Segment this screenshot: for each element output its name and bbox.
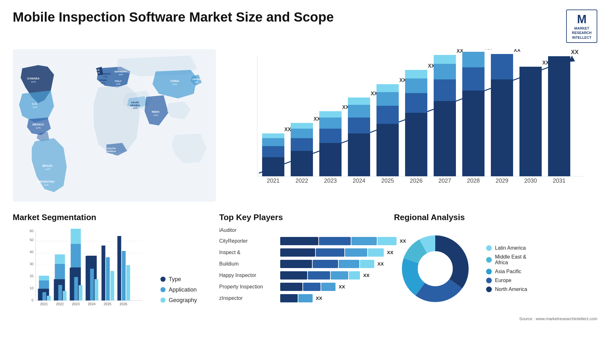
segmentation-legend: Type Application Geography (160, 276, 197, 316)
player-val-4: XX (377, 261, 384, 266)
page-header: Mobile Inspection Software Market Size a… (13, 10, 597, 43)
svg-rect-83 (491, 79, 513, 176)
svg-text:2031: 2031 (553, 178, 566, 184)
geography-color-dot (160, 298, 166, 303)
svg-text:2024: 2024 (88, 302, 95, 306)
svg-rect-130 (70, 268, 73, 300)
player-val-5: XX (363, 273, 369, 278)
svg-text:2026: 2026 (119, 302, 127, 306)
player-row-7: zInspector XX (219, 294, 372, 302)
segmentation-svg: 0 10 20 30 40 50 60 (13, 227, 151, 316)
page-title: Mobile Inspection Software Market Size a… (13, 10, 334, 25)
svg-text:SPAIN: SPAIN (99, 79, 107, 82)
svg-rect-90 (548, 56, 570, 176)
segmentation-container: 0 10 20 30 40 50 60 (13, 227, 197, 316)
svg-rect-124 (38, 289, 42, 300)
svg-text:xx%: xx% (153, 114, 158, 117)
svg-rect-140 (122, 251, 125, 300)
player-name-5: Happy Inspector (219, 273, 276, 278)
svg-text:2022: 2022 (295, 178, 308, 184)
svg-rect-141 (126, 265, 130, 300)
svg-text:xx%: xx% (44, 184, 48, 186)
svg-text:U.K.: U.K. (95, 69, 100, 71)
player-row-2: CityReporter XX (219, 237, 372, 245)
donut-container: Latin America Middle East &Africa Asia P… (394, 227, 597, 310)
svg-text:AFRICA: AFRICA (106, 150, 116, 153)
svg-rect-113 (55, 254, 65, 264)
svg-rect-61 (376, 106, 399, 124)
svg-text:xx%: xx% (101, 82, 105, 84)
legend-type: Type (160, 276, 197, 283)
svg-text:2021: 2021 (267, 178, 280, 184)
svg-text:xx%: xx% (116, 83, 120, 85)
svg-text:xx%: xx% (45, 168, 50, 171)
legend-application: Application (160, 286, 197, 293)
svg-rect-108 (39, 280, 49, 289)
regional-section: Regional Analysis (394, 212, 597, 321)
svg-text:xx%: xx% (36, 126, 40, 129)
player-row-3: Inspect & XX (219, 248, 372, 257)
svg-rect-51 (319, 111, 342, 118)
svg-text:FRANCE: FRANCE (100, 72, 111, 75)
legend-mea-label: Middle East &Africa (495, 254, 526, 266)
svg-text:2025: 2025 (104, 302, 111, 306)
svg-text:INDIA: INDIA (152, 110, 160, 113)
legend-type-label: Type (169, 276, 181, 283)
svg-text:CHINA: CHINA (170, 79, 180, 83)
player-val-3: XX (387, 250, 393, 255)
legend-asia-pacific-label: Asia Pacific (495, 269, 521, 274)
asia-pacific-swatch (486, 269, 492, 274)
svg-rect-129 (63, 291, 66, 300)
svg-rect-78 (462, 91, 485, 176)
logo-text: MARKETRESEARCHINTELLECT (572, 26, 592, 40)
svg-rect-48 (319, 143, 342, 176)
svg-rect-112 (55, 264, 65, 279)
svg-text:ARABIA: ARABIA (130, 104, 140, 107)
svg-rect-43 (291, 138, 313, 151)
logo: M MARKETRESEARCHINTELLECT (566, 10, 597, 43)
svg-text:20: 20 (30, 274, 33, 278)
player-row-5: Happy Inspector XX (219, 271, 372, 280)
legend-latin-america: Latin America (486, 245, 527, 251)
svg-rect-80 (462, 52, 485, 67)
svg-rect-72 (434, 101, 456, 176)
source-text: Source : www.marketresearchintellect.com (394, 316, 597, 321)
svg-rect-127 (54, 279, 58, 300)
player-name-4: Buildium (219, 261, 276, 267)
svg-rect-44 (291, 129, 313, 138)
svg-rect-55 (348, 118, 370, 133)
svg-text:ARGENTINA: ARGENTINA (37, 180, 55, 183)
svg-rect-75 (434, 55, 456, 64)
map-svg: CANADA xx% U.S. xx% MEXICO xx% BRAZIL xx… (13, 49, 216, 202)
svg-rect-87 (519, 67, 542, 176)
world-map: CANADA xx% U.S. xx% MEXICO xx% BRAZIL xx… (13, 49, 216, 202)
svg-rect-134 (90, 269, 94, 300)
svg-text:50: 50 (30, 238, 33, 242)
svg-text:MEXICO: MEXICO (32, 123, 44, 126)
svg-text:2023: 2023 (72, 302, 79, 306)
legend-latin-america-label: Latin America (495, 245, 526, 251)
svg-text:xx%: xx% (194, 81, 198, 83)
svg-rect-125 (42, 292, 46, 300)
regional-title: Regional Analysis (394, 212, 597, 222)
svg-rect-131 (74, 277, 78, 300)
svg-text:2022: 2022 (56, 302, 64, 306)
legend-europe: Europe (486, 278, 527, 283)
players-title: Top Key Players (219, 212, 372, 222)
svg-text:SAUDI: SAUDI (131, 101, 139, 104)
regional-legend: Latin America Middle East &Africa Asia P… (486, 245, 527, 292)
player-name-1: iAuditor (219, 227, 236, 233)
player-val-7: XX (316, 295, 322, 301)
svg-rect-126 (47, 296, 51, 300)
bar-chart-section: 2021 XX 2022 XX 2023 XX 2024 XX (229, 49, 597, 203)
svg-rect-39 (262, 133, 284, 138)
middle-east-africa-swatch (486, 257, 492, 263)
svg-rect-139 (117, 236, 121, 300)
svg-rect-45 (291, 123, 313, 129)
svg-rect-79 (462, 67, 485, 91)
svg-rect-128 (58, 285, 62, 300)
svg-text:2028: 2028 (467, 178, 480, 184)
svg-text:xx%: xx% (103, 76, 107, 78)
svg-rect-137 (106, 257, 110, 300)
segmentation-section: Market Segmentation 0 10 20 30 40 50 60 (13, 212, 197, 321)
